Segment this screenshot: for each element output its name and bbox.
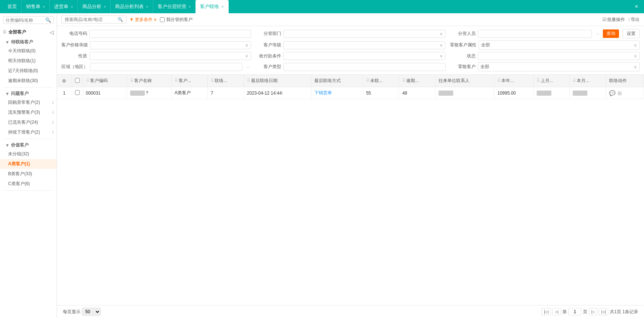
page-input[interactable] <box>568 308 582 315</box>
close-tab-icon[interactable]: × <box>71 4 73 9</box>
status-label: 状态 <box>450 53 476 59</box>
sidebar-search-icon[interactable]: 🔍 <box>45 17 51 23</box>
sidebar-item[interactable]: B类客户(33) <box>0 169 57 179</box>
per-page-select[interactable]: 50 100 200 <box>82 308 101 316</box>
select-all-checkbox[interactable] <box>75 78 80 83</box>
checkbox-icon: ☑ <box>602 17 607 22</box>
close-tab-icon[interactable]: × <box>189 4 191 9</box>
last-method-link[interactable]: 下销货单 <box>314 90 332 95</box>
col-action-header: 联络动作 <box>606 75 644 87</box>
sidebar-item[interactable]: A类客户(1) <box>0 159 57 169</box>
filter-row-status: 状态 ∨ <box>450 52 640 60</box>
sidebar-search-input[interactable] <box>6 18 45 23</box>
col-unitcontact-header: 往来单位联系人 <box>435 75 494 87</box>
qr-icon[interactable]: ⊞ <box>618 90 622 96</box>
col-settings[interactable]: ⚙ <box>57 75 72 87</box>
row-checkbox[interactable] <box>75 90 80 95</box>
col-lastdate-header: ⠿最后联络日期 <box>244 75 311 87</box>
export-btn[interactable]: ↑ 导出 <box>628 17 640 23</box>
sidebar-item-label: A类客户(1) <box>8 161 30 167</box>
sidebar-item[interactable]: 明天待联络(1) <box>0 56 57 66</box>
filter-search-icon[interactable]: 🔍 <box>118 17 123 22</box>
more-conditions-btn[interactable]: ▼ 更多条件 ∨ <box>129 17 157 23</box>
sidebar-divider <box>3 190 54 191</box>
manager-dots-icon[interactable]: ··· <box>594 31 601 36</box>
price-level-select[interactable]: ∨ <box>90 41 251 49</box>
sidebar-groups: ▼待联络客户今天待联络(0)明天待联络(1)近7天待联络(0)逾期未联络(30)… <box>0 38 57 192</box>
region-input[interactable] <box>90 63 242 71</box>
pagination: |◁ ◁ 第 页 ▷ ▷| 共1页 1条记录 <box>541 308 638 315</box>
close-tab-icon[interactable]: × <box>146 4 148 9</box>
nature-select[interactable]: ∨ <box>89 52 251 60</box>
region-dots-icon[interactable]: ··· <box>244 64 251 70</box>
sidebar-group-待联络客户[interactable]: ▼待联络客户 <box>0 38 57 46</box>
nav-item-客户分层经营[interactable]: 客户分层经营× <box>153 0 196 13</box>
filter-row-customer-level: 客户等级 ∨ <box>255 40 445 50</box>
all-customers-header[interactable]: ⠿ 全部客户 ◁ <box>0 27 57 38</box>
col-code-header: ⠿客户编码 <box>83 75 127 87</box>
bottom-bar: 每页显示 50 100 200 |◁ ◁ 第 页 ▷ ▷| 共1页 1条记录 <box>57 305 644 318</box>
filter-search-input[interactable] <box>65 17 116 22</box>
sidebar-group-问题客户[interactable]: ▼问题客户 <box>0 89 57 98</box>
retail-attr-select[interactable]: 全部 ∨ <box>479 40 640 50</box>
sidebar-item[interactable]: 今天待联络(0) <box>0 46 57 56</box>
sidebar-item[interactable]: 已流失客户(24)ℹ <box>0 117 57 127</box>
region-label: 区域（地区） <box>61 64 88 70</box>
cell-num: 1 <box>57 87 72 99</box>
my-customers-filter[interactable]: 我分管的客户 <box>160 17 193 23</box>
nav-item-商品分析[interactable]: 商品分析× <box>78 0 111 13</box>
info-icon: ℹ <box>52 110 54 115</box>
close-tab-icon[interactable]: × <box>43 4 45 9</box>
content-area: 🔍 ▼ 更多条件 ∨ 我分管的客户 ☑ 批量操作 ↑ 导出 <box>57 13 644 318</box>
customer-level-select[interactable]: ∨ <box>283 41 445 49</box>
close-all-tabs[interactable]: × <box>632 3 641 10</box>
nav-item-销售单[interactable]: 销售单× <box>22 0 50 13</box>
col-thismonth-header: ⠿本月... <box>570 75 606 87</box>
status-select[interactable]: ∨ <box>478 52 640 60</box>
nav-item-进货单[interactable]: 进货单× <box>50 0 78 13</box>
first-page-btn[interactable]: |◁ <box>541 308 551 315</box>
last-page-btn[interactable]: ▷| <box>599 308 608 315</box>
sidebar-item[interactable]: 逾期未联络(30) <box>0 76 57 86</box>
payment-select[interactable]: ∨ <box>283 52 445 60</box>
batch-ops-label: 批量操作 <box>607 17 625 23</box>
price-level-chevron-icon: ∨ <box>245 43 248 48</box>
my-customers-label: 我分管的客户 <box>166 17 193 23</box>
cell-contact: 7 <box>208 87 244 99</box>
cell-this-month <box>570 87 606 99</box>
close-tab-icon[interactable]: × <box>104 4 106 9</box>
retail-value: 全部 <box>480 64 489 70</box>
prev-page-btn[interactable]: ◁ <box>552 308 561 315</box>
dept-chevron-icon: ∨ <box>440 31 443 36</box>
next-page-btn[interactable]: ▷ <box>589 308 597 315</box>
query-btn[interactable]: 查询 <box>603 29 619 38</box>
sidebar-item[interactable]: 未分组(32) <box>0 149 57 159</box>
info-icon: ℹ <box>52 120 54 125</box>
close-tab-icon[interactable]: × <box>221 4 223 9</box>
nav-item-首页[interactable]: 首页 <box>3 0 22 13</box>
nav-item-客户联络[interactable]: 客户联络× <box>196 0 228 13</box>
cell-overdue: 48 <box>399 87 435 99</box>
customer-type-input[interactable] <box>283 63 445 71</box>
collapse-icon[interactable]: ◁ <box>50 29 54 35</box>
phone-input[interactable] <box>89 30 251 38</box>
group-arrow-icon: ▼ <box>5 143 10 148</box>
batch-ops-btn[interactable]: ☑ 批量操作 <box>602 17 625 23</box>
page-size-container: 每页显示 50 100 200 <box>63 308 101 316</box>
sidebar-item[interactable]: C类客户(6) <box>0 179 57 189</box>
settings-btn[interactable]: 设置 <box>623 29 640 38</box>
nav-item-商品分析列表[interactable]: 商品分析列表× <box>111 0 153 13</box>
sidebar-item[interactable]: 流失预警客户(3)ℹ <box>0 107 57 117</box>
sidebar-item[interactable]: 持续下滑客户(2)ℹ <box>0 127 57 137</box>
sidebar-item[interactable]: 近7天待联络(0) <box>0 66 57 76</box>
retail-label: 零散客户 <box>450 64 476 70</box>
my-customers-checkbox[interactable] <box>160 17 165 22</box>
dept-select[interactable]: ∨ <box>283 30 445 38</box>
chat-icon[interactable]: 💬 <box>609 90 615 96</box>
retail-attr-label: 零散客户属性 <box>450 42 476 48</box>
retail-select[interactable]: 全部 ∨ <box>478 62 640 71</box>
sidebar-group-价值客户[interactable]: ▼价值客户 <box>0 141 57 149</box>
manager-input[interactable] <box>478 30 592 38</box>
sidebar-item[interactable]: 回购异常客户(2)ℹ <box>0 98 57 107</box>
filter-row-retail: 零散客户 全部 ∨ <box>450 62 640 71</box>
